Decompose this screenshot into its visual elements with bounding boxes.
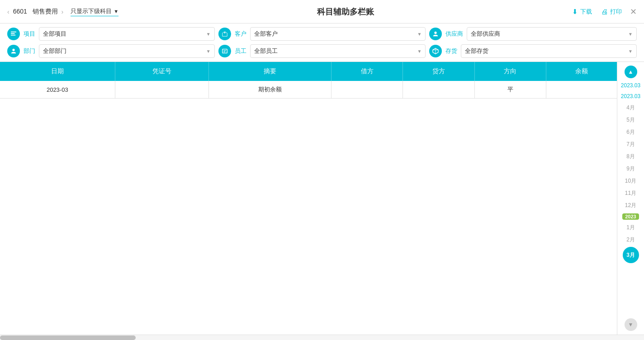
filter-inventory: 存货 全部存货 ▼ — [429, 44, 637, 58]
sidebar-month-4[interactable]: 4月 — [617, 102, 644, 114]
filter-employee: 员工 全部员工 ▼ — [218, 44, 426, 58]
download-icon: ⬇ — [572, 8, 578, 16]
col-balance: 余额 — [546, 62, 617, 81]
sidebar-month-7[interactable]: 7月 — [617, 138, 644, 151]
svg-rect-0 — [11, 32, 16, 33]
svg-rect-2 — [11, 35, 16, 36]
filter-project: 项目 全部项目 ▼ — [7, 27, 215, 41]
filter-dept: 部门 全部部门 ▼ — [7, 44, 215, 58]
top-bar: ‹ 6601 销售费用 › 只显示下级科目 ▼ 科目辅助多栏账 ⬇ 下载 🖨 打… — [0, 0, 644, 24]
inventory-select-arrow: ▼ — [628, 49, 633, 54]
sidebar-month-2023-03-end[interactable]: 2023.03 — [617, 91, 644, 102]
cell-summary: 期初余额 — [209, 81, 331, 99]
employee-select[interactable]: 全部员工 ▼ — [250, 44, 426, 58]
toolbar-right: ⬇ 下载 🖨 打印 — [572, 8, 622, 16]
sidebar-month-12[interactable]: 12月 — [617, 199, 644, 212]
page-title: 科目辅助多栏账 — [122, 6, 568, 17]
cell-voucher — [115, 81, 209, 99]
col-debit: 借方 — [331, 62, 403, 81]
next-account-arrow[interactable]: › — [62, 8, 64, 15]
table-area[interactable]: 日期 凭证号 摘要 借方 贷方 方向 余额 2023-03 期初余额 — [0, 62, 617, 335]
inventory-label: 存货 — [445, 47, 457, 55]
sidebar-month-5[interactable]: 5月 — [617, 114, 644, 126]
employee-label: 员工 — [235, 47, 246, 55]
svg-rect-6 — [222, 49, 227, 53]
bottom-scrollbar[interactable] — [0, 335, 644, 340]
col-date: 日期 — [0, 62, 115, 81]
supplier-icon — [429, 28, 442, 40]
download-button[interactable]: ⬇ 下载 — [572, 8, 592, 16]
sidebar-month-9[interactable]: 9月 — [617, 163, 644, 175]
customer-icon — [218, 28, 231, 40]
col-direction: 方向 — [474, 62, 546, 81]
sidebar-month-11[interactable]: 11月 — [617, 187, 644, 199]
supplier-select[interactable]: 全部供应商 ▼ — [467, 27, 637, 41]
scroll-thumb[interactable] — [0, 335, 136, 340]
customer-select[interactable]: 全部客户 ▼ — [250, 27, 426, 41]
close-button[interactable]: ✕ — [630, 7, 637, 17]
project-select[interactable]: 全部项目 ▼ — [39, 27, 215, 41]
dept-select-arrow: ▼ — [206, 49, 211, 54]
svg-point-4 — [435, 32, 437, 34]
cell-date: 2023-03 — [0, 81, 115, 99]
cell-debit — [331, 81, 403, 99]
content-area: 日期 凭证号 摘要 借方 贷方 方向 余额 2023-03 期初余额 — [0, 62, 644, 335]
customer-label: 客户 — [235, 30, 246, 38]
show-sub-button[interactable]: 只显示下级科目 ▼ — [71, 7, 118, 16]
filter-customer: 客户 全部客户 ▼ — [218, 27, 426, 41]
print-icon: 🖨 — [601, 8, 608, 15]
dept-icon — [7, 45, 20, 57]
cell-balance — [546, 81, 617, 99]
filter-supplier: 供应商 全部供应商 ▼ — [429, 27, 637, 41]
table-row[interactable]: 2023-03 期初余额 平 — [0, 81, 617, 99]
right-sidebar: ▲ 2023.03 2023.03 4月 5月 6月 7月 8月 9月 10月 … — [617, 62, 644, 335]
scroll-track — [0, 335, 644, 340]
sidebar-months: 2023.03 2023.03 4月 5月 6月 7月 8月 9月 10月 11… — [617, 80, 644, 316]
account-code: 6601 销售费用 — [13, 8, 58, 16]
inventory-icon — [429, 45, 442, 57]
col-summary: 摘要 — [209, 62, 331, 81]
cell-direction: 平 — [474, 81, 546, 99]
svg-point-5 — [12, 49, 14, 51]
svg-point-3 — [224, 32, 225, 33]
table-header-row: 日期 凭证号 摘要 借方 贷方 方向 余额 — [0, 62, 617, 81]
sidebar-month-6[interactable]: 6月 — [617, 126, 644, 138]
project-label: 项目 — [24, 30, 35, 38]
data-table: 日期 凭证号 摘要 借方 贷方 方向 余额 2023-03 期初余额 — [0, 62, 617, 99]
filter-area: 项目 全部项目 ▼ 客户 全部客户 ▼ — [0, 24, 644, 62]
svg-rect-1 — [11, 33, 15, 34]
dept-select[interactable]: 全部部门 ▼ — [39, 44, 215, 58]
sidebar-month-8[interactable]: 8月 — [617, 151, 644, 163]
employee-icon — [218, 45, 231, 57]
supplier-select-arrow: ▼ — [628, 32, 633, 37]
show-sub-dropdown-icon: ▼ — [114, 9, 118, 14]
prev-account-arrow[interactable]: ‹ — [7, 8, 9, 15]
sidebar-month-1[interactable]: 1月 — [617, 222, 644, 234]
col-credit: 贷方 — [403, 62, 474, 81]
sidebar-month-2[interactable]: 2月 — [617, 234, 644, 246]
col-voucher: 凭证号 — [115, 62, 209, 81]
sidebar-up-arrow[interactable]: ▲ — [625, 66, 637, 78]
project-select-arrow: ▼ — [206, 32, 211, 37]
inventory-select[interactable]: 全部存货 ▼ — [461, 44, 637, 58]
employee-select-arrow: ▼ — [417, 49, 421, 54]
print-button[interactable]: 🖨 打印 — [601, 8, 622, 16]
sidebar-month-3-active[interactable]: 3月 — [623, 247, 639, 263]
customer-select-arrow: ▼ — [417, 32, 421, 37]
cell-credit — [403, 81, 474, 99]
supplier-label: 供应商 — [445, 30, 463, 38]
main-window: ‹ 6601 销售费用 › 只显示下级科目 ▼ 科目辅助多栏账 ⬇ 下载 🖨 打… — [0, 0, 644, 340]
sidebar-month-2023-03-start[interactable]: 2023.03 — [617, 80, 644, 91]
project-icon — [7, 28, 20, 40]
sidebar-month-10[interactable]: 10月 — [617, 175, 644, 187]
sidebar-down-arrow[interactable]: ▼ — [625, 318, 637, 331]
dept-label: 部门 — [24, 47, 35, 55]
year-badge-2023: 2023 — [622, 213, 639, 220]
